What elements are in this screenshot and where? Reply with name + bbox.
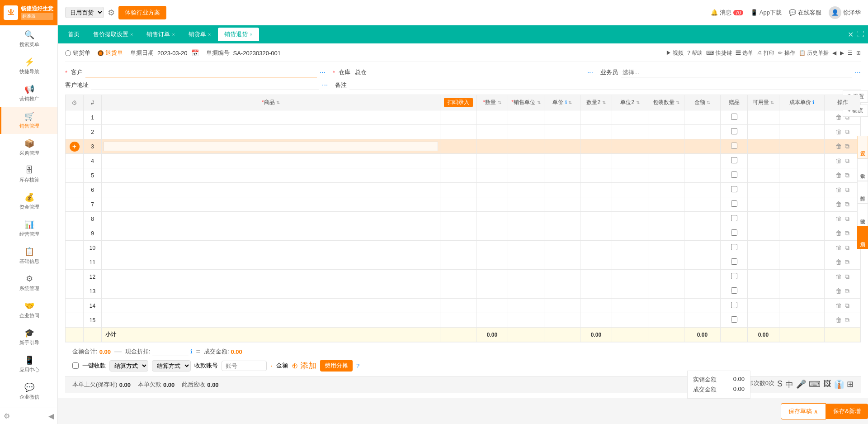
cell-qty-11[interactable] [476,255,508,270]
cell-price-10[interactable] [544,241,580,255]
delete-btn-2[interactable]: 🗑 [835,127,843,136]
keyboard-icon[interactable]: ⌨ [809,379,821,390]
tab-0[interactable]: 首页 [61,28,86,41]
cell-unit-3[interactable] [508,139,544,154]
calendar-icon[interactable]: 📅 [191,49,199,57]
cell-qty-12[interactable] [476,270,508,284]
delete-btn-14[interactable]: 🗑 [835,301,843,310]
cell-pkgqty-1[interactable] [648,110,684,125]
cell-qty2-14[interactable] [580,299,612,313]
float-btn-approval[interactable]: 审批 [857,158,868,181]
sidebar-item-9[interactable]: ⚙系统管理 [0,269,57,296]
sidebar-item-5[interactable]: 🗄库存核算 [0,161,57,188]
online-service-btn[interactable]: 💬 在线客服 [789,9,821,17]
gift-checkbox-4[interactable] [731,157,737,163]
cell-goods-1[interactable] [102,110,440,125]
select-btn[interactable]: ☰ 选单 [736,49,753,57]
cell-qty2-12[interactable] [580,270,612,284]
tab-4[interactable]: 销货退货× [218,28,259,41]
cell-gift-6[interactable] [721,183,748,197]
address-input[interactable] [91,80,319,90]
tab-close-1[interactable]: × [130,32,133,37]
cell-qty2-5[interactable] [580,168,612,183]
cell-pkgqty-3[interactable] [648,139,684,154]
unit-sort-icon[interactable]: ⇅ [537,100,541,105]
user-avatar[interactable]: 👤 徐泽华 [829,6,861,19]
cell-unit-10[interactable] [508,241,544,255]
operation-btn[interactable]: ✏ 操作 [778,49,795,57]
cell-qty2-4[interactable] [580,154,612,168]
cell-amount-14[interactable] [684,299,721,313]
goods-sort-icon[interactable]: ⇅ [276,100,280,105]
gift-checkbox-6[interactable] [731,186,737,192]
delete-btn-10[interactable]: 🗑 [835,243,843,252]
cell-gift-5[interactable] [721,168,748,183]
cell-qty2-7[interactable] [580,197,612,212]
copy-btn-14[interactable]: ⧉ [844,301,850,310]
cell-unit-4[interactable] [508,154,544,168]
gift-checkbox-3[interactable] [731,143,737,149]
sidebar-collapse-btn[interactable]: ◀ [48,412,54,420]
experience-btn[interactable]: 体验行业方案 [118,6,166,19]
cell-price-3[interactable] [544,139,580,154]
sidebar-item-1[interactable]: ⚡快捷导航 [0,52,57,80]
cell-price-2[interactable] [544,125,580,139]
cell-unit2-4[interactable] [612,154,648,168]
cell-qty2-11[interactable] [580,255,612,270]
expense-btn[interactable]: 费用分摊 [320,360,353,372]
cell-amount-13[interactable] [684,284,721,299]
cell-price-11[interactable] [544,255,580,270]
cell-pkgqty-13[interactable] [648,284,684,299]
copy-btn-7[interactable]: ⧉ [844,200,850,209]
cell-qty2-6[interactable] [580,183,612,197]
cell-pkgqty-2[interactable] [648,125,684,139]
sidebar-item-6[interactable]: 💰资金管理 [0,188,57,215]
cell-price-8[interactable] [544,212,580,226]
cell-unit-6[interactable] [508,183,544,197]
scan-btn[interactable]: 扫码录入 [444,98,473,107]
message-btn[interactable]: 🔔 消息 70 [711,9,743,17]
cell-unit2-15[interactable] [612,313,648,328]
cell-price-14[interactable] [544,299,580,313]
cell-unit-15[interactable] [508,313,544,328]
cell-goods-10[interactable] [102,241,440,255]
person-icon[interactable]: 👔 [834,379,844,390]
cell-qty-8[interactable] [476,212,508,226]
sidebar-item-2[interactable]: 📢营销推广 [0,80,57,107]
cell-goods-9[interactable] [102,226,440,241]
account-input[interactable] [222,361,267,371]
cell-goods-5[interactable] [102,168,440,183]
cell-goods-3[interactable] [102,139,440,154]
calculate-select[interactable]: 结算方式 [152,360,191,372]
cell-price-7[interactable] [544,197,580,212]
cell-unit2-5[interactable] [612,168,648,183]
cell-unit-7[interactable] [508,197,544,212]
cell-goods-13[interactable] [102,284,440,299]
cell-pkgqty-8[interactable] [648,212,684,226]
one-key-payment-checkbox[interactable] [72,362,79,369]
cell-amount-11[interactable] [684,255,721,270]
cell-gift-1[interactable] [721,110,748,125]
topbar-settings-btn[interactable]: ⚙ [108,8,115,18]
salesperson-input[interactable] [621,67,852,77]
cell-unit2-7[interactable] [612,197,648,212]
table-settings-btn[interactable]: ⚙ [71,99,77,106]
cell-qty-14[interactable] [476,299,508,313]
copy-btn-8[interactable]: ⧉ [844,214,850,224]
price-sort-icon[interactable]: ⇅ [568,100,572,105]
expense-help-icon[interactable]: ? [356,362,359,369]
video-btn[interactable]: ▶ 视频 [666,49,684,57]
cell-goods-4[interactable] [102,154,440,168]
sidebar-item-12[interactable]: 📱应用中心 [0,351,57,378]
cell-price-13[interactable] [544,284,580,299]
cell-pkgqty-15[interactable] [648,313,684,328]
cell-gift-11[interactable] [721,255,748,270]
gift-checkbox-7[interactable] [731,200,737,207]
copy-btn-15[interactable]: ⧉ [844,315,850,325]
cost-info-icon[interactable]: ℹ [812,100,814,105]
gift-checkbox-12[interactable] [731,273,737,279]
cell-pkgqty-11[interactable] [648,255,684,270]
cell-qty-9[interactable] [476,226,508,241]
cell-qty2-3[interactable] [580,139,612,154]
cell-price-15[interactable] [544,313,580,328]
